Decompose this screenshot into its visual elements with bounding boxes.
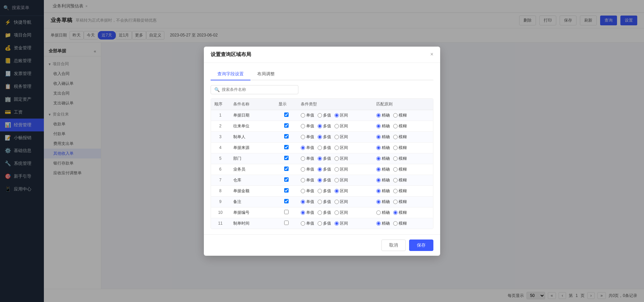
modal-tab-layout[interactable]: 布局调整 — [250, 68, 281, 80]
match-radio-模糊-8[interactable]: 模糊 — [393, 188, 407, 194]
cell-type[interactable]: 单值多值区间 — [297, 110, 373, 121]
show-checkbox-11[interactable] — [284, 221, 289, 225]
type-radio-单值-9[interactable]: 单值 — [301, 199, 314, 205]
match-radio-模糊-1[interactable]: 模糊 — [393, 112, 407, 118]
cell-show[interactable] — [275, 131, 298, 142]
match-radio-精确-3[interactable]: 精确 — [376, 134, 390, 140]
type-radio-多值-4[interactable]: 多值 — [318, 145, 331, 151]
type-radio-多值-9[interactable]: 多值 — [318, 199, 331, 205]
show-checkbox-5[interactable] — [284, 156, 289, 160]
match-radio-模糊-4[interactable]: 模糊 — [393, 145, 407, 151]
cell-show[interactable] — [275, 142, 298, 153]
cell-type[interactable]: 单值多值区间 — [297, 142, 373, 153]
cell-show[interactable] — [275, 153, 298, 164]
match-radio-精确-5[interactable]: 精确 — [376, 156, 390, 161]
type-radio-单值-5[interactable]: 单值 — [301, 156, 314, 161]
match-radio-模糊-7[interactable]: 模糊 — [393, 177, 407, 183]
type-radio-单值-2[interactable]: 单值 — [301, 123, 314, 129]
show-checkbox-8[interactable] — [284, 188, 289, 193]
type-radio-区间-8[interactable]: 区间 — [334, 188, 348, 194]
match-radio-精确-6[interactable]: 精确 — [376, 167, 390, 172]
match-radio-模糊-9[interactable]: 模糊 — [393, 199, 407, 205]
cell-match[interactable]: 精确模糊 — [373, 121, 433, 131]
match-radio-精确-8[interactable]: 精确 — [376, 188, 390, 194]
cell-match[interactable]: 精确模糊 — [373, 185, 433, 196]
show-checkbox-9[interactable] — [284, 199, 289, 203]
match-radio-模糊-11[interactable]: 模糊 — [393, 221, 407, 226]
match-radio-精确-9[interactable]: 精确 — [376, 199, 390, 205]
cell-match[interactable]: 精确模糊 — [373, 218, 433, 229]
type-radio-多值-3[interactable]: 多值 — [318, 134, 331, 140]
cell-match[interactable]: 精确模糊 — [373, 164, 433, 175]
type-radio-多值-10[interactable]: 多值 — [318, 210, 331, 216]
modal-close-button[interactable]: × — [430, 51, 433, 57]
type-radio-单值-7[interactable]: 单值 — [301, 177, 314, 183]
modal-tab-field[interactable]: 查询字段设置 — [211, 68, 250, 80]
cell-type[interactable]: 单值多值区间 — [297, 164, 373, 175]
cell-show[interactable] — [275, 110, 298, 121]
type-radio-多值-1[interactable]: 多值 — [318, 112, 331, 118]
cell-match[interactable]: 精确模糊 — [373, 110, 433, 121]
match-radio-精确-2[interactable]: 精确 — [376, 123, 390, 129]
show-checkbox-7[interactable] — [284, 177, 289, 182]
match-radio-模糊-2[interactable]: 模糊 — [393, 123, 407, 129]
cell-show[interactable] — [275, 196, 298, 207]
match-radio-模糊-5[interactable]: 模糊 — [393, 156, 407, 161]
cell-show[interactable] — [275, 185, 298, 196]
type-radio-区间-4[interactable]: 区间 — [334, 145, 348, 151]
cell-type[interactable]: 单值多值区间 — [297, 196, 373, 207]
cell-show[interactable] — [275, 218, 298, 229]
cell-type[interactable]: 单值多值区间 — [297, 121, 373, 131]
match-radio-精确-4[interactable]: 精确 — [376, 145, 390, 151]
cell-show[interactable] — [275, 207, 298, 218]
match-radio-精确-1[interactable]: 精确 — [376, 112, 390, 118]
modal-search-bar[interactable]: 🔍 — [211, 85, 298, 94]
cell-match[interactable]: 精确模糊 — [373, 142, 433, 153]
match-radio-模糊-10[interactable]: 模糊 — [393, 210, 407, 216]
type-radio-单值-10[interactable]: 单值 — [301, 210, 314, 216]
type-radio-单值-1[interactable]: 单值 — [301, 112, 314, 118]
type-radio-区间-11[interactable]: 区间 — [334, 221, 348, 226]
type-radio-单值-6[interactable]: 单值 — [301, 167, 314, 172]
type-radio-区间-10[interactable]: 区间 — [334, 210, 348, 216]
show-checkbox-4[interactable] — [284, 145, 289, 149]
match-radio-模糊-3[interactable]: 模糊 — [393, 134, 407, 140]
type-radio-区间-9[interactable]: 区间 — [334, 199, 348, 205]
type-radio-多值-8[interactable]: 多值 — [318, 188, 331, 194]
show-checkbox-6[interactable] — [284, 167, 289, 171]
cell-type[interactable]: 单值多值区间 — [297, 185, 373, 196]
show-checkbox-2[interactable] — [284, 123, 289, 128]
type-radio-多值-11[interactable]: 多值 — [318, 221, 331, 226]
type-radio-单值-3[interactable]: 单值 — [301, 134, 314, 140]
match-radio-模糊-6[interactable]: 模糊 — [393, 167, 407, 172]
cell-match[interactable]: 精确模糊 — [373, 175, 433, 185]
cell-show[interactable] — [275, 164, 298, 175]
type-radio-区间-3[interactable]: 区间 — [334, 134, 348, 140]
cell-type[interactable]: 单值多值区间 — [297, 207, 373, 218]
show-checkbox-1[interactable] — [284, 112, 289, 117]
modal-save-button[interactable]: 保存 — [409, 240, 433, 251]
type-radio-单值-8[interactable]: 单值 — [301, 188, 314, 194]
cell-match[interactable]: 精确模糊 — [373, 131, 433, 142]
cell-type[interactable]: 单值多值区间 — [297, 131, 373, 142]
cell-show[interactable] — [275, 175, 298, 185]
type-radio-区间-6[interactable]: 区间 — [334, 167, 348, 172]
cell-type[interactable]: 单值多值区间 — [297, 153, 373, 164]
match-radio-精确-10[interactable]: 精确 — [376, 210, 390, 216]
type-radio-多值-6[interactable]: 多值 — [318, 167, 331, 172]
show-checkbox-3[interactable] — [284, 134, 289, 139]
type-radio-单值-11[interactable]: 单值 — [301, 221, 314, 226]
modal-search-input[interactable] — [222, 87, 295, 92]
type-radio-区间-2[interactable]: 区间 — [334, 123, 348, 129]
type-radio-多值-2[interactable]: 多值 — [318, 123, 331, 129]
cell-match[interactable]: 精确模糊 — [373, 196, 433, 207]
cell-show[interactable] — [275, 121, 298, 131]
type-radio-区间-7[interactable]: 区间 — [334, 177, 348, 183]
cancel-button[interactable]: 取消 — [381, 240, 406, 251]
type-radio-区间-1[interactable]: 区间 — [334, 112, 348, 118]
type-radio-区间-5[interactable]: 区间 — [334, 156, 348, 161]
match-radio-精确-11[interactable]: 精确 — [376, 221, 390, 226]
cell-match[interactable]: 精确模糊 — [373, 207, 433, 218]
cell-type[interactable]: 单值多值区间 — [297, 175, 373, 185]
cell-match[interactable]: 精确模糊 — [373, 153, 433, 164]
